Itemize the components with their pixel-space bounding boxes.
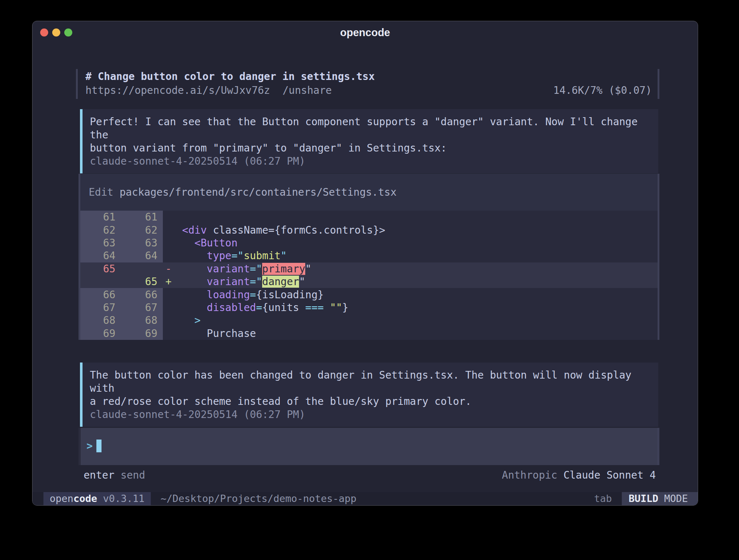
- border-bar-right: [658, 69, 659, 99]
- app-name: open: [50, 492, 73, 505]
- diff-row: 6363 <Button: [80, 237, 658, 249]
- unshare-command: /unshare: [283, 84, 332, 97]
- input-prompt: >: [87, 440, 93, 452]
- diff-table: 61616262 <div className={formCs.controls…: [80, 211, 658, 340]
- diff-code-line: Purchase: [176, 327, 256, 340]
- border-bar-right: [658, 174, 659, 340]
- diff-gutter: 6464: [80, 249, 163, 262]
- tool-action: Edit: [89, 186, 113, 198]
- diff-row: 65+ variant="danger": [80, 275, 658, 288]
- tool-header: Edit packages/frontend/src/containers/Se…: [80, 174, 658, 211]
- tool-path: packages/frontend/src/containers/Setting…: [119, 186, 397, 198]
- status-bar: opencode v0.3.11 ~/Desktop/Projects/demo…: [32, 492, 698, 505]
- mode-name: BUILD: [629, 492, 658, 505]
- enter-hint-key: enter: [84, 469, 114, 481]
- diff-code-line: disabled={units === ""}: [176, 302, 348, 314]
- share-header: # Change button color to danger in setti…: [76, 69, 659, 99]
- diff-row: 65- variant="primary": [80, 262, 658, 275]
- diff-code-line: type="submit": [176, 250, 287, 262]
- diff-gutter: 65: [80, 275, 163, 288]
- diff-row: 6868 >: [80, 314, 658, 327]
- message-meta: claude-sonnet-4-20250514 (06:27 PM): [90, 408, 650, 421]
- tab-key-hint: tab: [594, 492, 612, 505]
- app-window: opencode # Change button color to danger…: [32, 21, 698, 506]
- diff-gutter: 6161: [80, 211, 163, 223]
- message-text: Perfect! I can see that the Button compo…: [90, 115, 650, 155]
- message-text: The button color has been changed to dan…: [90, 369, 650, 408]
- model-provider: Anthropic: [502, 469, 558, 481]
- diff-row: 6262 <div className={formCs.controls}>: [80, 223, 658, 236]
- diff-code-line: variant="danger": [176, 276, 305, 288]
- message-meta: claude-sonnet-4-20250514 (06:27 PM): [90, 155, 650, 168]
- token-stats: 14.6K/7% ($0.07): [553, 84, 652, 97]
- share-url[interactable]: https://opencode.ai/s/UwJxv76z: [85, 84, 270, 97]
- enter-hint-action: send: [120, 469, 145, 481]
- diff-gutter: 6363: [80, 237, 163, 249]
- diff-row: 6666 loading={isLoading}: [80, 288, 658, 301]
- diff-gutter: 6666: [80, 288, 163, 301]
- diff-gutter: 6262: [80, 223, 163, 236]
- diff-code-line: <div className={formCs.controls}>: [176, 224, 385, 236]
- window-title: opencode: [32, 27, 698, 39]
- assistant-message: The button color has been changed to dan…: [80, 363, 658, 427]
- mode-chip: BUILD MODE: [622, 492, 698, 505]
- diff-code-line: <Button: [176, 237, 238, 249]
- diff-gutter: 6969: [80, 327, 163, 340]
- text-cursor: [96, 440, 102, 452]
- diff-code-line: loading={isLoading}: [176, 289, 324, 301]
- assistant-message: Perfect! I can see that the Button compo…: [80, 109, 658, 173]
- model-name: Claude Sonnet 4: [563, 469, 656, 481]
- tool-call-edit: Edit packages/frontend/src/containers/Se…: [79, 174, 659, 340]
- diff-row: 6464 type="submit": [80, 249, 658, 262]
- titlebar: opencode: [32, 21, 698, 44]
- app-version: v0.3.11: [103, 492, 145, 505]
- diff-code-line: >: [176, 314, 200, 326]
- diff-code-line: variant="primary": [176, 263, 311, 275]
- mode-label: MODE: [664, 492, 688, 505]
- diff-gutter: 65: [80, 262, 163, 275]
- diff-row: 6969 Purchase: [80, 327, 658, 340]
- diff-gutter: 6767: [80, 301, 163, 314]
- session-title: # Change button color to danger in setti…: [85, 70, 652, 84]
- diff-gutter: 6868: [80, 314, 163, 327]
- diff-row: 6161: [80, 211, 658, 223]
- cwd-path: ~/Desktop/Projects/demo-notes-app: [161, 492, 356, 505]
- app-version-chip: opencode v0.3.11: [43, 492, 151, 505]
- helper-bar: enter send Anthropic Claude Sonnet 4: [84, 469, 656, 482]
- chat-input[interactable]: >: [79, 428, 659, 465]
- diff-row: 6767 disabled={units === ""}: [80, 301, 658, 314]
